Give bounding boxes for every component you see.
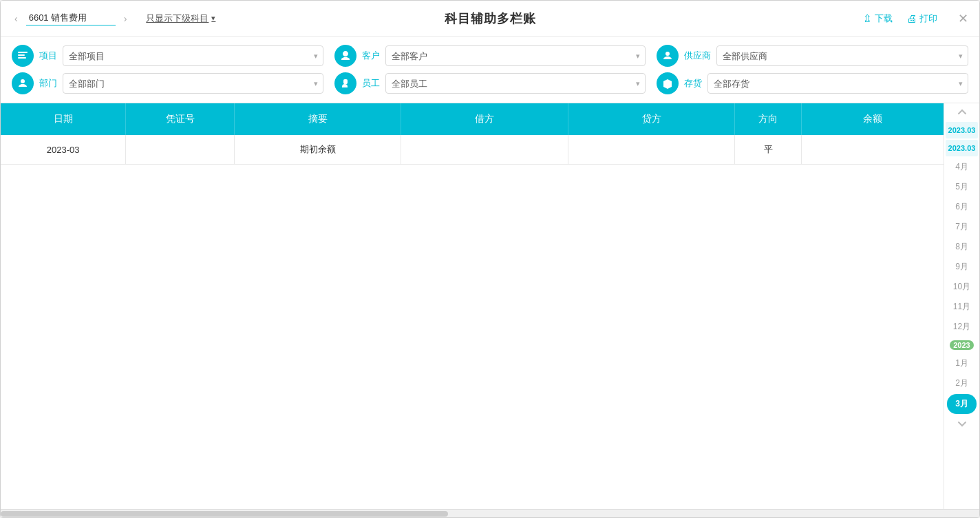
cell-balance (802, 135, 944, 165)
timeline-item-5[interactable]: 5月 (944, 177, 979, 197)
next-account-button[interactable]: › (121, 12, 130, 25)
customer-select[interactable]: 全部客户 (385, 45, 646, 66)
supplier-icon (657, 45, 679, 67)
supplier-select[interactable]: 全部供应商 (716, 45, 968, 66)
filter-customer: 客户 全部客户 (334, 45, 646, 67)
customer-icon (334, 45, 356, 67)
cell-direction: 平 (735, 135, 802, 165)
cell-debit (401, 135, 568, 165)
show-sub-label: 只显示下级科目 (146, 12, 209, 25)
print-button[interactable]: 🖨 打印 (906, 12, 937, 25)
filter-department: 部门 全部部门 (12, 72, 323, 94)
main-window: ‹ › 只显示下级科目 ▾ 科目辅助多栏账 ⇫ 下载 🖨 打印 ✕ (0, 0, 980, 518)
col-header-credit: 贷方 (568, 103, 734, 135)
timeline-down-button[interactable] (944, 415, 979, 433)
inventory-icon (657, 72, 679, 94)
horizontal-scrollbar[interactable] (1, 509, 979, 517)
print-label: 打印 (919, 12, 937, 25)
col-header-date: 日期 (1, 103, 126, 135)
svg-rect-0 (18, 52, 28, 53)
timeline-item-6[interactable]: 6月 (944, 197, 979, 217)
employee-select[interactable]: 全部员工 (385, 73, 646, 94)
col-header-voucher: 凭证号 (126, 103, 235, 135)
download-label: 下载 (875, 12, 893, 25)
project-select[interactable]: 全部项目 (63, 45, 323, 66)
col-header-summary: 摘要 (234, 103, 401, 135)
svg-rect-2 (18, 57, 26, 59)
close-button[interactable]: ✕ (958, 11, 968, 26)
cell-credit (568, 135, 734, 165)
project-select-wrapper: 全部项目 (63, 45, 323, 66)
svg-point-3 (665, 52, 670, 56)
supplier-label: 供应商 (684, 50, 711, 62)
cell-voucher (126, 135, 235, 165)
print-icon: 🖨 (906, 12, 917, 24)
timeline-item-7[interactable]: 7月 (944, 217, 979, 237)
svg-rect-1 (18, 54, 25, 56)
timeline-item-11[interactable]: 11月 (944, 297, 979, 317)
filter-inventory: 存货 全部存货 (657, 72, 968, 94)
timeline-item-2[interactable]: 2月 (944, 373, 979, 393)
filter-bar: 项目 全部项目 客户 全部客户 (1, 37, 979, 103)
inventory-select[interactable]: 全部存货 (707, 73, 968, 94)
timeline-item-1[interactable]: 1月 (944, 353, 979, 373)
employee-icon (334, 72, 356, 94)
account-code-input[interactable] (26, 12, 116, 25)
scrollbar-thumb[interactable] (1, 511, 448, 517)
timeline-item-8[interactable]: 8月 (944, 237, 979, 257)
filter-employee: 员工 全部员工 (334, 72, 646, 94)
supplier-select-wrapper: 全部供应商 (716, 45, 968, 66)
table-header-row: 日期 凭证号 摘要 借方 贷方 方向 余额 (1, 103, 944, 135)
department-label: 部门 (39, 77, 57, 90)
col-header-direction: 方向 (735, 103, 802, 135)
employee-label: 员工 (362, 77, 380, 90)
inventory-label: 存货 (684, 77, 702, 90)
cell-summary: 期初余额 (234, 135, 401, 165)
timeline-up-button[interactable] (944, 103, 979, 121)
employee-select-wrapper: 全部员工 (385, 73, 646, 94)
timeline-item-12[interactable]: 12月 (944, 317, 979, 337)
project-icon (12, 45, 34, 67)
download-icon: ⇫ (863, 12, 872, 25)
table-row: 2023-03 期初余额 平 (1, 135, 944, 165)
col-header-balance: 余额 (802, 103, 944, 135)
department-icon (12, 72, 34, 94)
project-label: 项目 (39, 50, 57, 62)
timeline-item-10[interactable]: 10月 (944, 277, 979, 297)
customer-label: 客户 (362, 50, 380, 62)
year-badge-2023: 2023 (950, 339, 973, 351)
page-title: 科目辅助多栏账 (445, 10, 536, 27)
timeline-item-2023-03-header2[interactable]: 2023.03 (946, 140, 978, 156)
show-sub-arrow-icon: ▾ (211, 14, 215, 23)
side-timeline: 2023.03 2023.03 4月 5月 6月 7月 8月 9月 10月 11… (944, 103, 979, 509)
table-container: 日期 凭证号 摘要 借方 贷方 方向 余额 2023-03 期初余额 (1, 103, 979, 509)
show-sub-dropdown[interactable]: 只显示下级科目 ▾ (146, 12, 215, 25)
customer-select-wrapper: 全部客户 (385, 45, 646, 66)
timeline-item-4[interactable]: 4月 (944, 157, 979, 177)
cell-date: 2023-03 (1, 135, 126, 165)
timeline-item-9[interactable]: 9月 (944, 257, 979, 277)
svg-point-4 (21, 79, 25, 83)
timeline-item-3-active[interactable]: 3月 (947, 394, 977, 414)
filter-supplier: 供应商 全部供应商 (657, 45, 968, 67)
svg-rect-6 (344, 83, 347, 84)
department-select-wrapper: 全部部门 (63, 73, 323, 94)
table-main[interactable]: 日期 凭证号 摘要 借方 贷方 方向 余额 2023-03 期初余额 (1, 103, 944, 509)
ledger-table: 日期 凭证号 摘要 借方 贷方 方向 余额 2023-03 期初余额 (1, 103, 944, 165)
inventory-select-wrapper: 全部存货 (707, 73, 968, 94)
title-bar-left: ‹ › 只显示下级科目 ▾ (12, 12, 215, 25)
download-button[interactable]: ⇫ 下载 (863, 12, 893, 25)
timeline-item-2023-03-header1[interactable]: 2023.03 (946, 122, 978, 138)
department-select[interactable]: 全部部门 (63, 73, 323, 94)
col-header-debit: 借方 (401, 103, 568, 135)
prev-account-button[interactable]: ‹ (12, 12, 21, 25)
filter-project: 项目 全部项目 (12, 45, 323, 67)
title-bar-right: ⇫ 下载 🖨 打印 ✕ (863, 11, 968, 26)
title-bar: ‹ › 只显示下级科目 ▾ 科目辅助多栏账 ⇫ 下载 🖨 打印 ✕ (1, 1, 979, 37)
